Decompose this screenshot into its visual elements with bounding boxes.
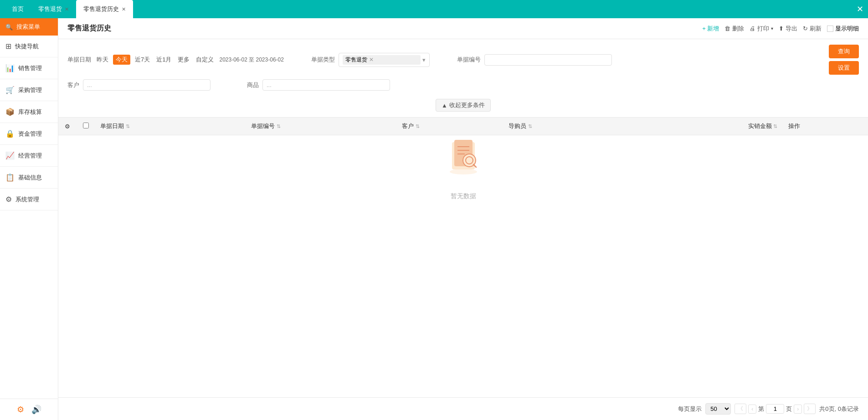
inventory-icon: 📦 bbox=[5, 108, 15, 116]
date-opt-yesterday[interactable]: 昨天 bbox=[95, 55, 110, 65]
export-icon: ⬆ bbox=[779, 25, 784, 32]
refresh-button[interactable]: ↻ 刷新 bbox=[803, 25, 822, 33]
col-checkbox[interactable] bbox=[77, 118, 95, 135]
col-amount-sort-icon: ⇅ bbox=[773, 123, 777, 129]
sidebar-bottom: ⚙ 🔊 bbox=[0, 399, 58, 420]
collapse-button[interactable]: ▲ 收起更多条件 bbox=[436, 99, 491, 112]
filter-row-1: 单据日期 昨天 今天 近7天 近1月 更多 自定义 2023-06-02 至 2… bbox=[67, 45, 859, 75]
sidebar-item-basic-info-label: 基础信息 bbox=[18, 174, 42, 182]
page-label: 页 bbox=[786, 405, 792, 413]
tab-retail-return-history[interactable]: 零售退货历史 ✕ bbox=[76, 0, 133, 18]
goods-placeholder: ... bbox=[267, 82, 272, 88]
tab-retail-return-close[interactable]: ✕ bbox=[65, 6, 69, 12]
sidebar: 🔍 搜索菜单 ⊞ 快捷导航 📊 销售管理 🛒 采购管理 📦 库存核算 🔒 资金管… bbox=[0, 18, 58, 420]
print-label: 打印 bbox=[757, 25, 769, 33]
date-options: 昨天 今天 近7天 近1月 更多 自定义 bbox=[95, 55, 216, 65]
tab-retail-return-history-close[interactable]: ✕ bbox=[122, 6, 126, 12]
top-bar: 首页 零售退货 ✕ 零售退货历史 ✕ ✕ bbox=[0, 0, 868, 18]
sidebar-item-sales-mgmt[interactable]: 📊 销售管理 bbox=[0, 57, 58, 79]
date-filter-label: 单据日期 bbox=[67, 56, 91, 64]
export-button[interactable]: ⬆ 导出 bbox=[779, 25, 797, 33]
page-header: 零售退货历史 + 新增 🗑 删除 🖨 打印 ▾ ⬆ 导出 ↻ 刷新 bbox=[58, 18, 868, 39]
goods-filter-select[interactable]: ... bbox=[262, 79, 390, 91]
tab-home-label: 首页 bbox=[12, 5, 24, 13]
tab-retail-return-label: 零售退货 bbox=[38, 5, 62, 13]
display-detail-checkbox[interactable] bbox=[827, 26, 833, 32]
print-button[interactable]: 🖨 打印 ▾ bbox=[750, 25, 773, 33]
main-layout: 🔍 搜索菜单 ⊞ 快捷导航 📊 销售管理 🛒 采购管理 📦 库存核算 🔒 资金管… bbox=[0, 18, 868, 420]
query-button[interactable]: 查询 bbox=[829, 45, 859, 58]
col-number-label: 单据编号 bbox=[251, 123, 275, 129]
col-guide-sort-icon: ⇅ bbox=[528, 123, 532, 129]
page-size-label: 每页显示 bbox=[678, 405, 702, 413]
tab-home[interactable]: 首页 bbox=[5, 0, 31, 18]
tab-retail-return[interactable]: 零售退货 ✕ bbox=[31, 0, 76, 18]
col-guide-label: 导购员 bbox=[508, 123, 526, 129]
date-opt-7days[interactable]: 近7天 bbox=[133, 55, 152, 65]
date-filter: 单据日期 昨天 今天 近7天 近1月 更多 自定义 2023-06-02 至 2… bbox=[67, 55, 284, 65]
type-filter-value: 零售退货 ✕ bbox=[343, 55, 421, 65]
empty-state: 暂无数据 bbox=[58, 135, 868, 200]
col-date[interactable]: 单据日期 ⇅ bbox=[95, 118, 246, 135]
col-amount[interactable]: 实销金额 ⇅ bbox=[632, 118, 783, 135]
page-nav: 《 ‹ 第 页 › 》 bbox=[734, 404, 816, 414]
operations-icon: 📈 bbox=[5, 151, 15, 160]
display-detail-toggle[interactable]: 显示明细 bbox=[827, 25, 859, 33]
sidebar-item-quick-nav[interactable]: ⊞ 快捷导航 bbox=[0, 36, 58, 57]
col-settings-icon[interactable]: ⚙ bbox=[65, 123, 70, 130]
type-filter-select[interactable]: 零售退货 ✕ ▾ bbox=[339, 53, 430, 67]
sidebar-item-system-label: 系统管理 bbox=[15, 195, 39, 204]
basic-info-icon: 📋 bbox=[5, 173, 15, 182]
sidebar-search[interactable]: 🔍 搜索菜单 bbox=[0, 18, 58, 36]
table-header-row: ⚙ 单据日期 ⇅ 单据编号 ⇅ bbox=[58, 118, 868, 135]
col-customer[interactable]: 客户 ⇅ bbox=[396, 118, 503, 135]
export-label: 导出 bbox=[786, 25, 797, 33]
type-filter-tag-close[interactable]: ✕ bbox=[369, 56, 374, 63]
header-actions: + 新增 🗑 删除 🖨 打印 ▾ ⬆ 导出 ↻ 刷新 显示明细 bbox=[702, 25, 859, 33]
sales-mgmt-icon: 📊 bbox=[5, 64, 15, 72]
sidebar-item-basic-info[interactable]: 📋 基础信息 bbox=[0, 167, 58, 189]
date-opt-custom[interactable]: 自定义 bbox=[194, 55, 216, 65]
customer-filter-select[interactable]: ... bbox=[83, 79, 211, 91]
sidebar-item-operations-label: 经营管理 bbox=[18, 152, 42, 160]
date-opt-more[interactable]: 更多 bbox=[176, 55, 191, 65]
page-prev-button[interactable]: ‹ bbox=[748, 405, 756, 414]
customer-filter-label: 客户 bbox=[67, 81, 79, 89]
sidebar-item-finance[interactable]: 🔒 资金管理 bbox=[0, 123, 58, 145]
col-guide[interactable]: 导购员 ⇅ bbox=[503, 118, 632, 135]
window-close-button[interactable]: ✕ bbox=[857, 4, 863, 14]
col-customer-sort-icon: ⇅ bbox=[416, 123, 420, 129]
page-last-button[interactable]: 》 bbox=[804, 404, 816, 414]
delete-button[interactable]: 🗑 删除 bbox=[724, 25, 744, 33]
svg-point-0 bbox=[450, 169, 477, 174]
settings-gear-icon[interactable]: ⚙ bbox=[17, 405, 24, 415]
sidebar-item-inventory[interactable]: 📦 库存核算 bbox=[0, 101, 58, 123]
volume-icon[interactable]: 🔊 bbox=[31, 405, 41, 415]
col-settings[interactable]: ⚙ bbox=[58, 118, 77, 135]
collapse-label: 收起更多条件 bbox=[449, 101, 485, 109]
sidebar-item-finance-label: 资金管理 bbox=[18, 130, 42, 138]
sidebar-search-label: 搜索菜单 bbox=[16, 23, 40, 31]
sidebar-item-purchase-mgmt[interactable]: 🛒 采购管理 bbox=[0, 79, 58, 101]
sidebar-item-system[interactable]: ⚙ 系统管理 bbox=[0, 189, 58, 210]
settings-button[interactable]: 设置 bbox=[829, 61, 859, 75]
new-button[interactable]: + 新增 bbox=[702, 25, 719, 33]
type-filter: 单据类型 零售退货 ✕ ▾ bbox=[311, 53, 430, 67]
page-first-button[interactable]: 《 bbox=[734, 404, 746, 414]
customer-filter: 客户 ... bbox=[67, 79, 211, 91]
col-customer-label: 客户 bbox=[402, 123, 414, 129]
print-chevron-icon: ▾ bbox=[771, 26, 773, 31]
doc-number-filter: 单据编号 bbox=[457, 54, 612, 66]
date-opt-1month[interactable]: 近1月 bbox=[154, 55, 173, 65]
select-all-checkbox[interactable] bbox=[83, 123, 89, 128]
page-number-input[interactable] bbox=[766, 404, 784, 414]
page-size-select[interactable]: 50 10 20 100 bbox=[705, 403, 731, 415]
sidebar-item-operations[interactable]: 📈 经营管理 bbox=[0, 145, 58, 167]
doc-number-input[interactable] bbox=[484, 54, 612, 66]
date-opt-today[interactable]: 今天 bbox=[113, 55, 130, 65]
col-number[interactable]: 单据编号 ⇅ bbox=[246, 118, 396, 135]
col-date-sort-icon: ⇅ bbox=[126, 123, 130, 129]
page-next-button[interactable]: › bbox=[794, 405, 802, 414]
type-filter-tag: 零售退货 ✕ bbox=[343, 55, 421, 65]
tab-list: 首页 零售退货 ✕ 零售退货历史 ✕ bbox=[5, 0, 857, 18]
